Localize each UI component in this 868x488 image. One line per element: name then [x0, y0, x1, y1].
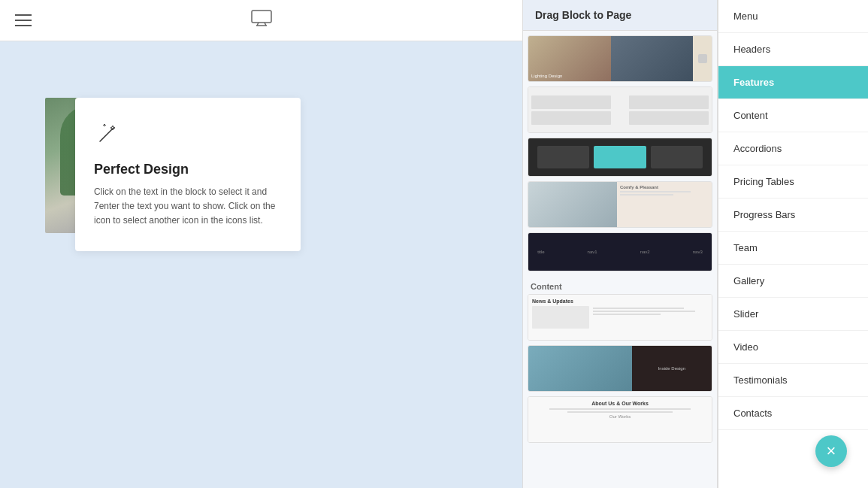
card-text: Click on the text in the block to select…	[94, 185, 282, 229]
sidebar-item-gallery[interactable]: Gallery	[718, 265, 868, 298]
block-item[interactable]: About Us & Our Works Our Works	[528, 396, 712, 443]
blocks-panel: Drag Block to Page Lighting Design	[522, 0, 718, 488]
block-item[interactable]	[528, 86, 712, 133]
block-item[interactable]: Lighting Design	[528, 35, 712, 82]
content-section-label: Content	[528, 276, 712, 294]
preview-content: Perfect Design Click on the text in the …	[0, 41, 522, 488]
blocks-container[interactable]: Lighting Design	[523, 31, 717, 488]
sidebar-item-features[interactable]: Features	[718, 66, 868, 99]
sidebar-item-video[interactable]: Video	[718, 331, 868, 364]
wand-icon-area	[94, 120, 282, 153]
right-sidebar: Menu Headers Features Content Accordions…	[718, 0, 868, 488]
sidebar-item-menu[interactable]: Menu	[718, 0, 868, 33]
monitor-icon	[251, 10, 272, 31]
block-item[interactable]: Inside Design	[528, 345, 712, 392]
preview-panel: Perfect Design Click on the text in the …	[0, 0, 522, 488]
page-card: Perfect Design Click on the text in the …	[75, 98, 301, 251]
block-item[interactable]: Comfy & Pleasant	[528, 181, 712, 228]
sidebar-item-content[interactable]: Content	[718, 99, 868, 132]
top-bar	[0, 0, 522, 41]
drag-block-header: Drag Block to Page	[523, 0, 717, 31]
block-item[interactable]	[528, 138, 712, 177]
sidebar-item-contacts[interactable]: Contacts	[718, 397, 868, 430]
sidebar-item-pricing-tables[interactable]: Pricing Tables	[718, 165, 868, 199]
sidebar-item-slider[interactable]: Slider	[718, 298, 868, 331]
svg-rect-0	[252, 11, 271, 23]
block-item[interactable]: News & Updates	[528, 294, 712, 341]
close-button[interactable]: ×	[815, 435, 847, 467]
sidebar-item-team[interactable]: Team	[718, 232, 868, 265]
block-item[interactable]: title nav1 nav2 nav3	[528, 232, 712, 271]
sidebar-item-progress-bars[interactable]: Progress Bars	[718, 199, 868, 232]
sidebar-scroll[interactable]: Menu Headers Features Content Accordions…	[718, 0, 868, 488]
hamburger-button[interactable]	[15, 14, 32, 26]
sidebar-item-headers[interactable]: Headers	[718, 33, 868, 66]
sidebar-item-accordions[interactable]: Accordions	[718, 132, 868, 165]
card-title: Perfect Design	[94, 162, 282, 177]
sidebar-item-testimonials[interactable]: Testimonials	[718, 364, 868, 397]
